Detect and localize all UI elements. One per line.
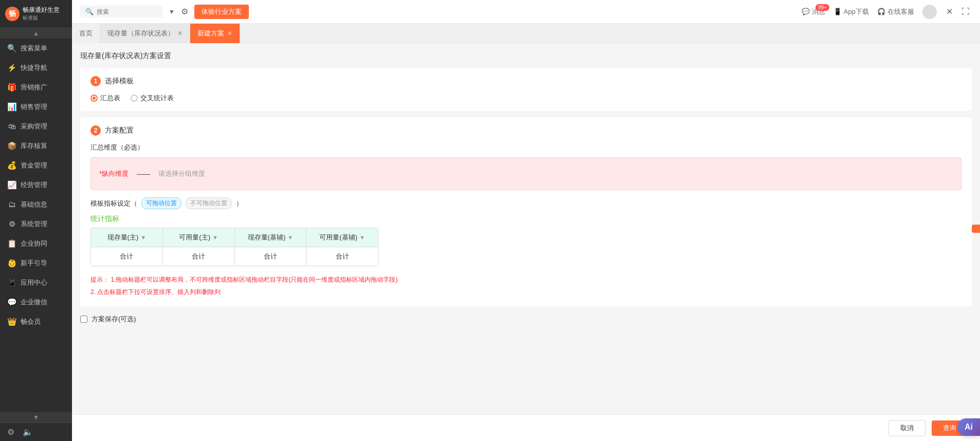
tab-inventory-close[interactable]: ✕ xyxy=(177,30,183,37)
indicator-settings-label: 模板指标设定（ xyxy=(90,199,137,208)
sidebar-item-newbie[interactable]: 👶 新手引导 xyxy=(0,253,72,273)
section2-title: 方案配置 xyxy=(105,126,134,135)
table-header-col2[interactable]: 可用量(主) ▼ xyxy=(163,228,235,247)
table-header-col4[interactable]: 可用量(基辅) ▼ xyxy=(306,228,378,247)
body-col2-value: 合计 xyxy=(192,252,205,261)
search-input[interactable] xyxy=(97,8,153,15)
sidebar-item-contract[interactable]: 📋 企业协同 xyxy=(0,234,72,253)
tip-2-text: 2. 点击标题栏下拉可设置排序、插入列和删除列 xyxy=(90,288,221,296)
app-logo-icon: 畅 xyxy=(5,7,20,21)
topbar-gear-icon[interactable]: ⚙ xyxy=(181,7,188,16)
basic-icon: 🗂 xyxy=(7,200,16,209)
tab-new-plan-label: 新建方案 xyxy=(197,29,224,38)
sidebar-item-label: 系统管理 xyxy=(21,219,47,229)
sidebar-item-label: 畅会员 xyxy=(21,317,41,326)
sidebar-scroll-down[interactable]: ▼ xyxy=(0,412,72,422)
wechat-icon: 💬 xyxy=(7,298,16,307)
system-icon: ⚙ xyxy=(7,219,16,229)
sidebar-item-finance[interactable]: 💰 资金管理 xyxy=(0,156,72,175)
tip-2: 2. 点击标题栏下拉可设置排序、插入列和删除列 xyxy=(90,286,961,298)
dim-placeholder: 请选择分组维度 xyxy=(158,169,205,178)
settings-bottom-icon[interactable]: ⚙ xyxy=(7,427,14,437)
tip-1: 提示： 1.拖动标题栏可以调整布局，不可跨维度或指标区域拖动栏目字段(只能在同一… xyxy=(90,273,961,286)
ai-float-button[interactable]: Ai xyxy=(957,418,980,436)
sidebar-item-appstore[interactable]: 📱 应用中心 xyxy=(0,273,72,292)
online-service-button[interactable]: 🎧 在线客服 xyxy=(877,7,914,16)
sidebar-item-label: 快捷导航 xyxy=(21,63,47,72)
sidebar-item-basic[interactable]: 🗂 基础信息 xyxy=(0,195,72,214)
sidebar-item-inventory[interactable]: 📦 库存核算 xyxy=(0,136,72,156)
col4-label: 可用量(基辅) xyxy=(319,233,357,242)
radio-cross[interactable]: 交叉统计表 xyxy=(131,94,174,103)
search-bar[interactable]: 🔍 xyxy=(80,6,162,17)
tab-new-plan[interactable]: 新建方案 ✕ xyxy=(190,24,240,43)
table-header-col3[interactable]: 现存量(基辅) ▼ xyxy=(235,228,307,247)
sidebar-item-label: 企业微信 xyxy=(21,298,47,307)
sidebar-item-search[interactable]: 🔍 搜索菜单 xyxy=(0,39,72,58)
sidebar-item-label: 营销推广 xyxy=(21,83,47,92)
sidebar-item-label: 经营管理 xyxy=(21,180,47,190)
table-header-col1[interactable]: 现存量(主) ▼ xyxy=(91,228,163,247)
save-checkbox[interactable] xyxy=(80,316,87,323)
sidebar-item-system[interactable]: ⚙ 系统管理 xyxy=(0,214,72,234)
newbie-icon: 👶 xyxy=(7,259,16,268)
tab-new-plan-close[interactable]: ✕ xyxy=(227,30,232,37)
topbar: 🔍 ▼ ⚙ 体验行业方案 💬 消息 99+ 📱 App下载 🎧 在线客服 ✕ xyxy=(72,0,980,24)
purchase-icon: 🛍 xyxy=(7,122,16,131)
col3-chevron-icon[interactable]: ▼ xyxy=(287,234,293,241)
body-col1-value: 合计 xyxy=(120,252,133,261)
non-draggable-tag: 不可拖动位置 xyxy=(186,197,232,209)
sidebar-item-label: 资金管理 xyxy=(21,161,47,170)
col1-chevron-icon[interactable]: ▼ xyxy=(140,234,146,241)
sales-icon: 📊 xyxy=(7,102,16,112)
dim-required-text: *纵向维度 xyxy=(99,169,129,178)
app-version: 标准版 xyxy=(23,14,60,22)
col4-chevron-icon[interactable]: ▼ xyxy=(359,234,365,241)
col3-label: 现存量(基辅) xyxy=(248,233,286,242)
tab-home-label: 首页 xyxy=(79,29,93,38)
sidebar-item-wechat[interactable]: 💬 企业微信 xyxy=(0,292,72,312)
marketing-icon: 🎁 xyxy=(7,83,16,92)
message-button[interactable]: 💬 消息 99+ xyxy=(802,7,825,16)
tab-home[interactable]: 首页 xyxy=(72,24,100,43)
sidebar-item-operations[interactable]: 📈 经营管理 xyxy=(0,175,72,195)
expand-icon[interactable]: ⛶ xyxy=(959,6,972,18)
cancel-button[interactable]: 取消 xyxy=(888,420,925,436)
section1-header: 1 选择模板 xyxy=(90,76,961,86)
tab-inventory-status[interactable]: 现存量（库存状况表） ✕ xyxy=(100,24,190,43)
sidebar-item-shortcut[interactable]: ⚡ 快捷导航 xyxy=(0,58,72,78)
topbar-right: 💬 消息 99+ 📱 App下载 🎧 在线客服 xyxy=(802,5,937,19)
col2-chevron-icon[interactable]: ▼ xyxy=(212,234,218,241)
sidebar-item-member[interactable]: 👑 畅会员 xyxy=(0,312,72,332)
close-panel-icon[interactable]: ✕ xyxy=(943,6,955,18)
radio-summary[interactable]: 汇总表 xyxy=(90,94,120,103)
table-body-col3: 合计 xyxy=(235,247,307,266)
col1-label: 现存量(主) xyxy=(107,233,139,242)
radio-cross-circle xyxy=(131,95,138,102)
app-download-button[interactable]: 📱 App下载 xyxy=(833,7,869,16)
user-avatar[interactable] xyxy=(922,5,937,19)
sidebar-item-sales[interactable]: 📊 销售管理 xyxy=(0,97,72,117)
sidebar-scroll-up[interactable]: ▲ xyxy=(0,28,72,39)
sidebar-item-label: 应用中心 xyxy=(21,278,47,287)
indicator-settings-suffix: ） xyxy=(236,199,243,208)
table-body-row: 合计 合计 合计 合计 xyxy=(91,247,378,266)
trial-button[interactable]: 体验行业方案 xyxy=(194,5,249,19)
sidebar-item-purchase[interactable]: 🛍 采购管理 xyxy=(0,117,72,136)
speaker-icon[interactable]: 🔈 xyxy=(23,427,33,437)
app-name: 畅康通好生意 xyxy=(23,6,60,14)
sidebar-item-label: 采购管理 xyxy=(21,122,47,131)
dimension-box[interactable]: *纵向维度 —— 请选择分组维度 xyxy=(90,157,961,190)
search-menu-icon: 🔍 xyxy=(7,44,16,53)
table-body-col2: 合计 xyxy=(163,247,235,266)
topbar-dropdown-icon[interactable]: ▼ xyxy=(169,8,175,15)
sidebar-item-label: 销售管理 xyxy=(21,102,47,112)
sidebar-item-label: 基础信息 xyxy=(21,200,47,209)
radio-summary-label: 汇总表 xyxy=(100,94,120,103)
save-option: 方案保存(可选) xyxy=(80,315,972,324)
right-panel-toggle[interactable] xyxy=(972,225,980,233)
tip-label: 提示： xyxy=(90,276,109,283)
body-col4-value: 合计 xyxy=(336,252,349,261)
save-label: 方案保存(可选) xyxy=(92,315,136,324)
sidebar-item-marketing[interactable]: 🎁 营销推广 xyxy=(0,78,72,97)
